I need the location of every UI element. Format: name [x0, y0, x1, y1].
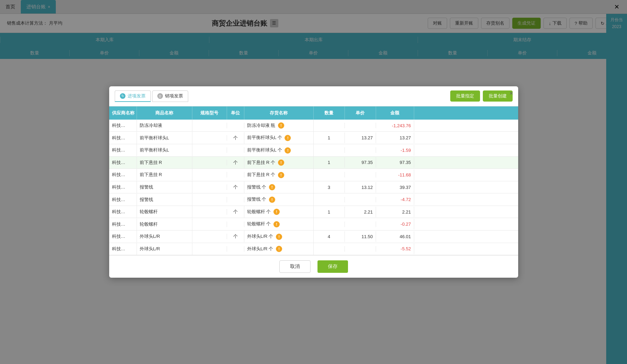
dialog-close-button[interactable]: ×	[510, 90, 513, 97]
td-price: 13.12	[345, 182, 376, 193]
warning-icon: !	[285, 135, 291, 141]
in-invoice-icon: ↻	[120, 93, 125, 99]
th-amount: 金额	[376, 106, 414, 120]
td-spec	[192, 135, 227, 141]
td-price: 97.35	[345, 157, 376, 168]
td-goods: 报警线	[137, 194, 192, 206]
table-row[interactable]: 科技… 外球头L/R 外球头L/R 个 ! -5.52	[109, 243, 518, 255]
td-goods: 防冻冷却液	[137, 120, 192, 131]
table-body: 科技… 防冻冷却液 防冻冷却液 瓶 ! -1,243.76 科技… 前平衡杆球头…	[109, 120, 518, 255]
table-row[interactable]: 科技… 前下悬挂 R 前下悬挂 R 个 ! -11.68	[109, 169, 518, 181]
td-amount: 46.01	[376, 231, 414, 242]
td-amount: -4.72	[376, 194, 414, 205]
td-vendor: 科技…	[109, 194, 137, 206]
table-row[interactable]: 科技… 防冻冷却液 防冻冷却液 瓶 ! -1,243.76	[109, 120, 518, 132]
table-row[interactable]: 科技… 前下悬挂 R 个 前下悬挂 R 个 ! 1 97.35 97.35	[109, 157, 518, 169]
td-spec	[192, 246, 227, 252]
td-stock: 轮毂螺杆 个 !	[244, 218, 314, 230]
table-row[interactable]: 科技… 轮毂螺杆 个 轮毂螺杆 个 ! 1 2.21 2.21	[109, 206, 518, 218]
warning-icon: !	[273, 221, 280, 227]
td-qty: 1	[314, 207, 345, 217]
warning-icon: !	[276, 246, 282, 252]
td-price	[345, 197, 376, 202]
th-goods: 商品名称	[137, 106, 192, 120]
td-stock: 报警线 个 !	[244, 181, 314, 193]
out-invoice-icon: ☰	[157, 93, 163, 99]
td-unit	[227, 123, 244, 128]
td-stock: 外球头L/R 个 !	[244, 231, 314, 243]
td-vendor: 科技…	[109, 144, 137, 156]
td-stock: 轮毂螺杆 个 !	[244, 206, 314, 218]
td-unit: 个	[227, 157, 244, 168]
table-row[interactable]: 科技… 轮毂螺杆 轮毂螺杆 个 ! -0.27	[109, 218, 518, 231]
td-stock: 前下悬挂 R 个 !	[244, 157, 314, 169]
warning-icon: !	[285, 147, 291, 154]
td-amount: -1,243.76	[376, 120, 414, 131]
td-vendor: 科技…	[109, 181, 137, 193]
table-row[interactable]: 科技… 前平衡杆球头L 个 前平衡杆球头L 个 ! 1 13.27 13.27	[109, 132, 518, 144]
td-amount: 39.37	[376, 182, 414, 193]
td-unit	[227, 147, 244, 153]
td-spec	[192, 147, 227, 153]
td-spec	[192, 197, 227, 202]
td-goods: 外球头L/R	[137, 231, 192, 242]
warning-icon: !	[278, 159, 284, 166]
td-unit: 个	[227, 231, 244, 242]
td-stock: 防冻冷却液 瓶 !	[244, 120, 314, 132]
td-amount: -1.59	[376, 145, 414, 156]
td-qty	[314, 147, 345, 153]
warning-icon: !	[273, 209, 280, 215]
td-stock: 前下悬挂 R 个 !	[244, 169, 314, 181]
table-row[interactable]: 科技… 前平衡杆球头L 前平衡杆球头L 个 ! -1.59	[109, 144, 518, 157]
warning-icon: !	[278, 172, 284, 178]
tab-in-invoice[interactable]: ↻ 进项发票	[115, 90, 151, 102]
table-row[interactable]: 科技… 外球头L/R 个 外球头L/R 个 ! 4 11.50 46.01	[109, 231, 518, 243]
tab-in-invoice-label: 进项发票	[128, 93, 146, 99]
td-price: 2.21	[345, 207, 376, 217]
td-spec	[192, 123, 227, 128]
td-goods: 前平衡杆球头L	[137, 132, 192, 144]
dialog-tabs: ↻ 进项发票 ☰ 销项发票	[115, 90, 188, 102]
td-goods: 前平衡杆球头L	[137, 144, 192, 156]
batch-create-button[interactable]: 批量创建	[483, 90, 513, 102]
tab-out-invoice-label: 销项发票	[165, 93, 183, 99]
td-unit	[227, 246, 244, 252]
tab-out-invoice[interactable]: ☰ 销项发票	[152, 90, 188, 102]
td-stock: 外球头L/R 个 !	[244, 243, 314, 255]
dialog-table: 供应商名称 商品名称 规格型号 单位 存货名称 数量 单价 金额 科技… 防冻冷…	[109, 106, 518, 255]
save-button[interactable]: 保存	[317, 260, 348, 273]
td-price	[345, 222, 376, 227]
td-spec	[192, 209, 227, 215]
warning-icon: !	[269, 184, 275, 190]
cancel-button[interactable]: 取消	[279, 260, 311, 273]
dialog-tab-actions: 批量指定 批量创建	[450, 90, 513, 102]
td-qty	[314, 123, 345, 128]
td-amount: 97.35	[376, 157, 414, 168]
td-price	[345, 172, 376, 177]
td-unit: 个	[227, 132, 244, 144]
td-vendor: 科技…	[109, 231, 137, 242]
td-amount: -11.68	[376, 170, 414, 180]
td-qty	[314, 197, 345, 202]
td-stock: 前平衡杆球头L 个 !	[244, 144, 314, 156]
table-row[interactable]: 科技… 报警线 报警线 个 ! -4.72	[109, 193, 518, 206]
td-stock: 前平衡杆球头L 个 !	[244, 132, 314, 144]
td-goods: 前下悬挂 R	[137, 169, 192, 181]
td-vendor: 科技…	[109, 243, 137, 255]
modal-overlay: ↻ 进项发票 ☰ 销项发票 批量指定 批量创建 × 供应商名称 商品名称 规格型…	[0, 0, 627, 364]
td-spec	[192, 172, 227, 177]
td-spec	[192, 222, 227, 227]
th-unit: 单位	[227, 106, 244, 120]
td-spec	[192, 184, 227, 190]
table-row[interactable]: 科技… 报警线 个 报警线 个 ! 3 13.12 39.37	[109, 181, 518, 194]
th-stock: 存货名称	[244, 106, 314, 120]
td-qty: 3	[314, 182, 345, 193]
td-price: 13.27	[345, 132, 376, 143]
td-vendor: 科技…	[109, 206, 137, 218]
batch-assign-button[interactable]: 批量指定	[450, 90, 480, 102]
th-spec: 规格型号	[192, 106, 227, 120]
td-price: 11.50	[345, 231, 376, 242]
warning-icon: !	[269, 197, 275, 203]
td-vendor: 科技…	[109, 120, 137, 131]
td-amount: 2.21	[376, 207, 414, 217]
